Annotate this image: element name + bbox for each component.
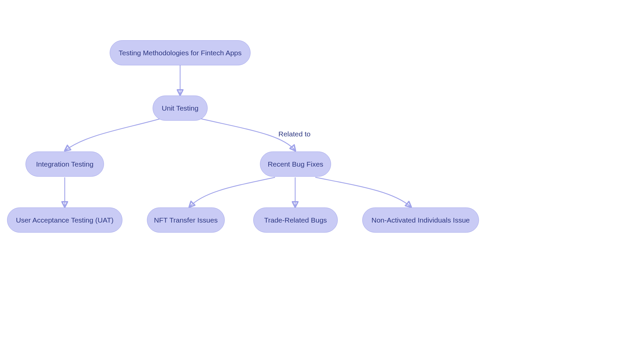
- edge-bugs-to-nft: [190, 177, 275, 207]
- node-integration-label: Integration Testing: [36, 160, 93, 168]
- node-trade-label: Trade-Related Bugs: [264, 216, 327, 224]
- node-recent-bug-fixes: Recent Bug Fixes: [260, 152, 331, 177]
- edge-bugs-to-nonact: [315, 177, 411, 207]
- edge-unit-to-integration: [65, 118, 164, 150]
- node-nft-label: NFT Transfer Issues: [154, 216, 218, 224]
- node-unit-testing: Unit Testing: [153, 96, 208, 121]
- node-integration-testing: Integration Testing: [25, 152, 104, 177]
- node-unit-label: Unit Testing: [162, 104, 198, 112]
- node-uat-label: User Acceptance Testing (UAT): [16, 216, 113, 224]
- edge-label-text: Related to: [278, 130, 311, 138]
- node-non-activated-individuals: Non-Activated Individuals Issue: [362, 207, 479, 233]
- node-trade-related-bugs: Trade-Related Bugs: [253, 207, 338, 233]
- node-title-label: Testing Methodologies for Fintech Apps: [119, 49, 242, 57]
- edges-layer: [0, 0, 644, 363]
- node-nonact-label: Non-Activated Individuals Issue: [372, 216, 470, 224]
- node-uat: User Acceptance Testing (UAT): [7, 207, 122, 233]
- node-bugs-label: Recent Bug Fixes: [268, 160, 323, 168]
- edge-label-related-to: Related to: [278, 130, 311, 138]
- node-nft-transfer-issues: NFT Transfer Issues: [147, 207, 225, 233]
- node-title: Testing Methodologies for Fintech Apps: [110, 40, 251, 65]
